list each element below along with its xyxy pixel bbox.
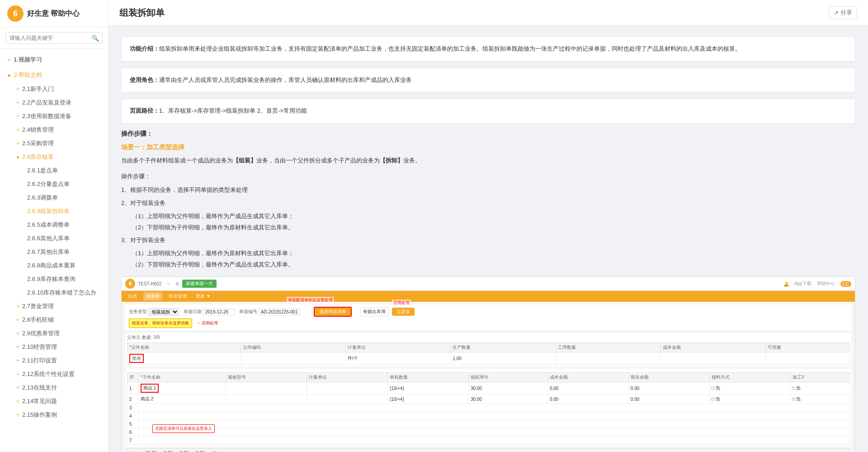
sub-step-disassembly-1: （1）上部明细为父件明细，最终作为原材料生成其它出库单； <box>132 248 855 259</box>
app-select-field[interactable]: 有锁出库用 启用处理 <box>360 307 389 316</box>
logo-text: 好生意 帮助中心 <box>27 9 80 19</box>
annotation-arrow1: ↓ <box>318 305 321 309</box>
app-topbar: 6 TEST-H002 ▼ ⚙ 新建单据一方 🔔 App下载 帮助中心 CC <box>122 277 855 291</box>
app-child-col-proc: 加工V <box>790 373 849 382</box>
app-download-label: App下载 <box>794 281 811 287</box>
app-screenshot-container: 6 TEST-H002 ▼ ⚙ 新建单据一方 🔔 App下载 帮助中心 CC 自… <box>121 276 855 452</box>
sidebar-item-sales[interactable]: +2.4销售管理 <box>0 123 108 137</box>
sidebar-item-faq[interactable]: +2.14常见问题 <box>0 395 108 408</box>
sidebar-item-print[interactable]: +2.11打印设置 <box>0 354 108 367</box>
sidebar-item-inventory-264[interactable]: 2.6.4组装拆卸单 <box>5 205 108 218</box>
share-icon: ↗ <box>834 10 839 16</box>
sidebar-docs-subitems: +2.1新手入门 +2.2产品安装及登录 +2.3使用前数据准备 +2.4销售管… <box>0 82 108 422</box>
app-parent-col-proc: 工序数量 <box>556 343 660 352</box>
sidebar-section-docs[interactable]: ● 2.帮助文档 +2.1新手入门 +2.2产品安装及登录 +2.3使用前数据准… <box>0 68 108 422</box>
app-child-col-loss: 损耗率% <box>468 373 547 382</box>
app-child-table: 序 *子件名称 规格型号 计量单位 单耗数量 损耗率% 成本金额 期末余额 领料 <box>127 372 849 445</box>
intro-text: 功能介绍：组装拆卸单用来处理企业组装或拆卸等加工业务，支持有固定装配清单的产品加… <box>130 45 741 52</box>
main-content-area: 组装拆卸单 ↗ 分享 功能介绍：组装拆卸单用来处理企业组装或拆卸等加工业务，支持… <box>108 0 868 452</box>
step-list: 1、根据不同的业务，选择不同单据的类型来处理 2、对于组装业务 <box>121 185 855 209</box>
app-child-row-5: 5 <box>127 420 849 428</box>
plus-icon: + <box>16 303 19 309</box>
app-new-doc-btn[interactable]: 新建单据一方 <box>182 280 217 288</box>
sidebar-item-purchase[interactable]: +2.5采购管理 <box>0 137 108 150</box>
search-area[interactable]: 🔍 <box>0 28 108 49</box>
app-form-type: 业务类型 组装或拆 <box>129 308 179 316</box>
search-input[interactable] <box>5 32 103 44</box>
sidebar-section-docs-title[interactable]: ● 2.帮助文档 <box>0 68 108 82</box>
app-nav-more[interactable]: 更多 ▼ <box>193 292 213 300</box>
app-child-col-spec: 规格型号 <box>226 373 307 382</box>
app-business-type-select[interactable]: 组装或拆 <box>148 308 179 316</box>
share-button[interactable]: ↗ 分享 <box>829 6 857 19</box>
app-child-name-1[interactable]: 商品 1 <box>141 384 159 393</box>
sidebar-item-coupon[interactable]: +2.9优惠券管理 <box>0 327 108 340</box>
app-parent-col-cost: 成本金额 <box>660 343 765 352</box>
app-doc-number-input[interactable]: AD-20191226-001 <box>259 309 300 315</box>
sidebar-item-payment[interactable]: +2.13在线支付 <box>0 381 108 395</box>
app-notification-icon: 🔔 <box>783 281 789 286</box>
app-child-col-unit: 计量单位 <box>307 373 388 382</box>
sidebar-item-inventory-262[interactable]: 2.6.2分量盘点单 <box>5 177 108 191</box>
sidebar-item-new-user[interactable]: +2.1新手入门 <box>0 82 108 96</box>
app-help-label: 帮助中心 <box>817 281 835 287</box>
app-confirm-btn[interactable]: 立置设 <box>392 308 415 316</box>
annotation-enable-text: 启用处理 <box>392 300 411 306</box>
app-form-number: 单据编号 AD-20191226-001 <box>239 309 300 315</box>
app-screenshot: 6 TEST-H002 ▼ ⚙ 新建单据一方 🔔 App下载 帮助中心 CC 自… <box>122 277 855 452</box>
sidebar-section-video-title[interactable]: + 1.视频学习 <box>0 52 108 67</box>
app-child-col-balance: 期末余额 <box>628 373 709 382</box>
sidebar-item-inventory-268[interactable]: 2.6.8商品成本重算 <box>5 259 108 272</box>
step-2: 2、对于组装业务 <box>121 198 855 209</box>
minus-icon: ● <box>16 154 19 160</box>
sidebar-item-inventory-263[interactable]: 2.6.3调拨单 <box>5 191 108 205</box>
sidebar-item-inventory[interactable]: ● 2.6库存核算 <box>0 150 108 164</box>
intro-block: 功能介绍：组装拆卸单用来处理企业组装或拆卸等加工业务，支持有固定装配清单的产品加… <box>121 37 855 62</box>
sidebar-item-inventory-2610[interactable]: 2.6.10库存账本错了怎么办 <box>5 286 108 300</box>
app-nav-home[interactable]: 自员 <box>125 292 140 300</box>
app-parent-table-wrapper: 父单元 数量: 3/9 *父件名称 父件编码 计量单位 生产数量 工序数量 <box>125 333 851 366</box>
sub-step-assembly-1: （1）上部明细为父件明细，最终作为产成品生成其它入库单； <box>132 211 855 222</box>
sidebar-item-inventory-265[interactable]: 2.6.5成本调整单 <box>5 218 108 232</box>
app-confirm-select: 有锁出库用 启用处理 立置设 <box>360 307 415 316</box>
sidebar-item-inventory-269[interactable]: 2.6.9库存账本查询 <box>5 272 108 286</box>
logo-area: 6 好生意 帮助中心 <box>0 0 108 28</box>
sidebar-section-video[interactable]: + 1.视频学习 <box>0 52 108 67</box>
app-date-input[interactable]: 2019-12-26 <box>203 309 235 315</box>
plus-icon: + <box>16 330 19 337</box>
sidebar-item-finance[interactable]: +2.7资金管理 <box>0 300 108 313</box>
app-parent-name-input[interactable]: 光光 <box>129 354 144 363</box>
steps-label: 操作步骤： <box>121 171 855 182</box>
app-logo: 6 <box>125 279 135 289</box>
logo-icon: 6 <box>7 5 24 22</box>
app-parent-row-1: 光光 件/个 1.00 <box>127 352 849 365</box>
sidebar-item-install[interactable]: +2.2产品安装及登录 <box>0 96 108 109</box>
app-nav-new-doc[interactable]: 新规单 <box>143 292 162 300</box>
sidebar-item-mobile[interactable]: +2.8手机旺铺 <box>0 313 108 327</box>
app-form-area: 业务类型 组装或拆 单据日期 2019-12-26 <box>122 302 855 452</box>
app-child-col-method: 领料方式 <box>709 373 790 382</box>
app-child-row-3: 3 <box>127 404 849 412</box>
app-user-avatar: CC <box>840 281 851 287</box>
app-parent-col-name: *父件名称 <box>127 343 241 352</box>
operations-heading: 操作步骤： <box>121 130 855 138</box>
page-title: 组装拆卸单 <box>119 7 165 19</box>
sidebar-item-label: 2.帮助文档 <box>14 71 42 79</box>
app-parent-col-unit: 计量单位 <box>346 343 451 352</box>
annotation-bom-text: 有装配清单的在这里处理 <box>287 297 334 304</box>
sidebar-item-inventory-267[interactable]: 2.6.7其他出库单 <box>5 245 108 259</box>
sidebar-item-inventory-266[interactable]: 2.6.6其他入库单 <box>5 232 108 245</box>
sidebar-item-cases[interactable]: +2.15操作案例 <box>0 408 108 422</box>
annotation-bom: 选择对应清单 有装配清单的在这里处理 ↓ <box>314 307 352 317</box>
sidebar-item-system[interactable]: +2.12系统个性化设置 <box>0 367 108 381</box>
plus-icon: + <box>7 56 11 63</box>
sidebar-item-operations[interactable]: +2.10经营管理 <box>0 340 108 354</box>
sidebar-nav: + 1.视频学习 ● 2.帮助文档 +2.1新手入门 +2.2产品安装及登录 +… <box>0 49 108 452</box>
app-form-header: 业务类型 组装或拆 单据日期 2019-12-26 <box>125 305 851 330</box>
sidebar-item-inventory-261[interactable]: 2.6.1盘点单 <box>5 164 108 177</box>
sidebar-item-data-prep[interactable]: +2.3使用前数据准备 <box>0 109 108 123</box>
step-1: 1、根据不同的业务，选择不同单据的类型来处理 <box>121 185 855 196</box>
app-parent-table: *父件名称 父件编码 计量单位 生产数量 工序数量 成本金额 可用量 <box>127 343 849 365</box>
sub-step-disassembly-2: （2）下部明细为子件明细，最终作为产成品生成其它入库单。 <box>132 259 855 271</box>
app-nav-inventory[interactable]: 库存管理 <box>166 292 189 300</box>
